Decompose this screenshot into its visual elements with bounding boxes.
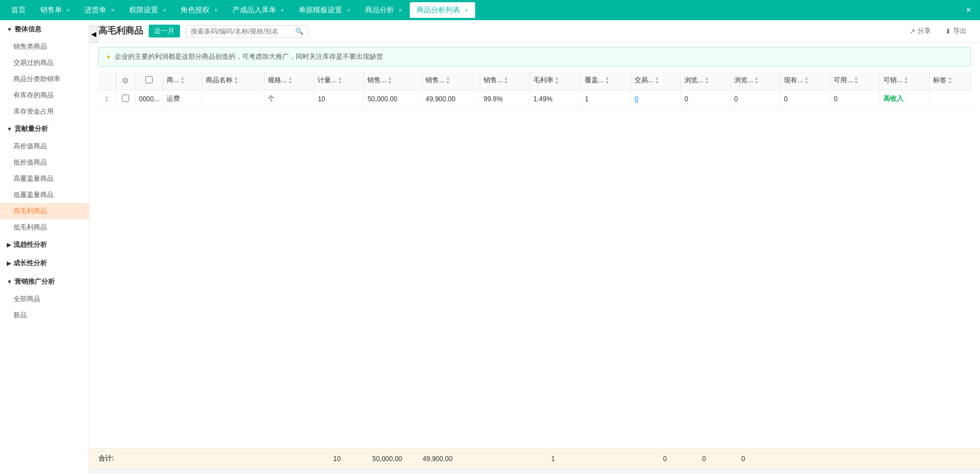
sidebar-item-0-3[interactable]: 有库存的商品 [0, 87, 89, 104]
cell-sales_cost-0: 49,900.00 [422, 90, 480, 108]
nav-close-7[interactable]: × [399, 7, 402, 13]
footer-sales-amount: 50,000.00 [369, 455, 419, 463]
sort-arrows-sales_amount: ▲▼ [446, 76, 450, 85]
view-link-0[interactable]: 0 [635, 95, 638, 103]
nav-item-6[interactable]: 单据模板设置× [292, 2, 357, 18]
search-icon[interactable]: 🔍 [295, 27, 304, 35]
col-header-gross_margin[interactable]: 毛利率 ▲▼ [530, 71, 581, 90]
arrow-icon: ▼ [7, 26, 12, 32]
sidebar-item-1-4[interactable]: 高毛利商品 [0, 203, 89, 219]
sidebar-item-1-1[interactable]: 低价值商品 [0, 154, 89, 171]
sort-arrows-tag: ▲▼ [948, 76, 952, 85]
search-input[interactable] [191, 27, 292, 35]
col-header-code[interactable]: 商... ▲▼ [163, 71, 202, 90]
col-label-view2: 浏览... [734, 76, 753, 85]
nav-item-2[interactable]: 进货单× [78, 2, 121, 18]
sidebar-item-0-1[interactable]: 交易过的商品 [0, 55, 89, 71]
col-label-name: 商品名称 [206, 76, 233, 85]
col-header-sales_cost[interactable]: 销售... ▲▼ [480, 71, 530, 90]
nav-item-3[interactable]: 权限设置× [122, 2, 173, 18]
arrow-icon: ▼ [7, 279, 12, 285]
sidebar-item-1-3[interactable]: 低覆盖量商品 [0, 187, 89, 203]
col-header-name[interactable]: 商品名称 ▲▼ [202, 71, 264, 90]
sidebar-item-1-0[interactable]: 高价值商品 [0, 138, 89, 154]
table-container: ⚙ 商... ▲▼ 商品名称 ▲▼ 规格... ▲▼ 计量... ▲▼ 销售..… [98, 71, 971, 448]
nav-item-5[interactable]: 产成品入库单× [226, 2, 291, 18]
data-table: ⚙ 商... ▲▼ 商品名称 ▲▼ 规格... ▲▼ 计量... ▲▼ 销售..… [98, 71, 971, 108]
sidebar-item-4-1[interactable]: 新品 [0, 307, 89, 323]
sort-arrows-gross_margin: ▲▼ [555, 76, 559, 85]
col-header-coverage[interactable]: 覆盖... ▲▼ [581, 71, 631, 90]
cell-sales_amount-0: 50,000.00 [364, 90, 422, 108]
sidebar-item-0-2[interactable]: 商品分类助销率 [0, 71, 89, 87]
nav-item-4[interactable]: 角色授权× [174, 2, 224, 18]
period-button[interactable]: 近一月 [149, 25, 180, 37]
cell-coverage-0: 1.49% [530, 90, 581, 108]
col-label-unit: 计量... [318, 76, 337, 85]
cell-transaction-0: 1 [581, 90, 631, 108]
col-header-saleable_stock[interactable]: 可销... ▲▼ [880, 71, 930, 90]
sidebar-group-3[interactable]: ▶成长性分析 [0, 254, 89, 273]
row-checkbox-0[interactable] [122, 95, 129, 102]
nav-close-1[interactable]: × [67, 7, 70, 13]
search-box: 🔍 [186, 25, 309, 37]
col-header-checkbox [135, 71, 163, 90]
export-icon: ⬇ [945, 27, 951, 35]
footer-sales-cost: 49,900.00 [419, 455, 470, 463]
bottom-scrollbar[interactable] [89, 468, 980, 474]
col-header-available_stock[interactable]: 可用... ▲▼ [830, 71, 880, 90]
col-header-transaction[interactable]: 交易... ▲▼ [631, 71, 681, 90]
arrow-icon: ▶ [7, 242, 11, 248]
col-label-saleable_stock: 可销... [883, 76, 902, 85]
sidebar-group-4[interactable]: ▼营销推广分析 [0, 273, 89, 291]
sidebar-group-2[interactable]: ▶流趋性分析 [0, 236, 89, 254]
col-header-spec[interactable]: 规格... ▲▼ [264, 71, 314, 90]
nav-item-1[interactable]: 销售单× [34, 2, 77, 18]
sidebar-group-0[interactable]: ▼整体信息 [0, 20, 89, 39]
nav-item-0[interactable]: 首页 [4, 2, 32, 18]
nav-close-6[interactable]: × [347, 7, 350, 13]
col-header-sales_amount[interactable]: 销售... ▲▼ [422, 71, 480, 90]
sidebar-item-4-0[interactable]: 全部商品 [0, 291, 89, 307]
top-nav: 首页销售单×进货单×权限设置×角色授权×产成品入库单×单据模板设置×商品分析×商… [0, 0, 980, 20]
nav-item-8[interactable]: 商品分析列表× [410, 2, 475, 18]
nav-close-4[interactable]: × [214, 7, 217, 13]
col-header-sales_qty[interactable]: 销售... ▲▼ [364, 71, 422, 90]
footer-gm [470, 455, 509, 463]
window-close-button[interactable]: × [962, 5, 976, 15]
col-header-view1[interactable]: 浏览... ▲▼ [681, 71, 731, 90]
share-button[interactable]: ↗ 分享 [905, 25, 935, 37]
main-layout: ▼整体信息销售类商品交易过的商品商品分类助销率有库存的商品库存资金占用▼贡献量分… [0, 20, 980, 474]
sort-arrows-unit: ▲▼ [338, 76, 342, 85]
cell-view1-0[interactable]: 0 [631, 90, 681, 108]
nav-close-5[interactable]: × [281, 7, 284, 13]
sidebar-item-0-0[interactable]: 销售类商品 [0, 39, 89, 55]
sort-arrows-sales_cost: ▲▼ [504, 76, 508, 85]
sidebar-item-0-4[interactable]: 库存资金占用 [0, 104, 89, 120]
select-all-checkbox[interactable] [145, 76, 153, 83]
col-header-view2[interactable]: 浏览... ▲▼ [731, 71, 780, 90]
sidebar-collapse-button[interactable]: ◀ [89, 25, 98, 43]
col-header-current_stock[interactable]: 现有... ▲▼ [780, 71, 830, 90]
table-header-row: ⚙ 商... ▲▼ 商品名称 ▲▼ 规格... ▲▼ 计量... ▲▼ 销售..… [98, 71, 971, 90]
nav-close-3[interactable]: × [163, 7, 166, 13]
page-title: 高毛利商品 [98, 25, 143, 37]
sidebar-item-1-5[interactable]: 低毛利商品 [0, 219, 89, 236]
sidebar-group-1[interactable]: ▼贡献量分析 [0, 120, 89, 138]
sort-arrows-code: ▲▼ [180, 76, 184, 85]
nav-item-7[interactable]: 商品分析× [358, 2, 409, 18]
col-header-settings[interactable]: ⚙ [115, 71, 135, 90]
col-label-coverage: 覆盖... [585, 76, 604, 85]
col-header-unit[interactable]: 计量... ▲▼ [314, 71, 364, 90]
settings-icon[interactable]: ⚙ [122, 76, 129, 85]
footer-label: 合计: [98, 454, 114, 463]
sidebar-item-1-2[interactable]: 高覆盖量商品 [0, 171, 89, 187]
arrow-icon: ▶ [7, 260, 11, 266]
nav-close-2[interactable]: × [111, 7, 114, 13]
nav-close-8[interactable]: × [465, 7, 468, 13]
col-num [98, 71, 115, 90]
col-label-available_stock: 可用... [834, 76, 853, 85]
col-label-gross_margin: 毛利率 [533, 76, 553, 85]
col-header-tag[interactable]: 标签 ▲▼ [930, 71, 971, 90]
export-button[interactable]: ⬇ 导出 [941, 25, 971, 37]
